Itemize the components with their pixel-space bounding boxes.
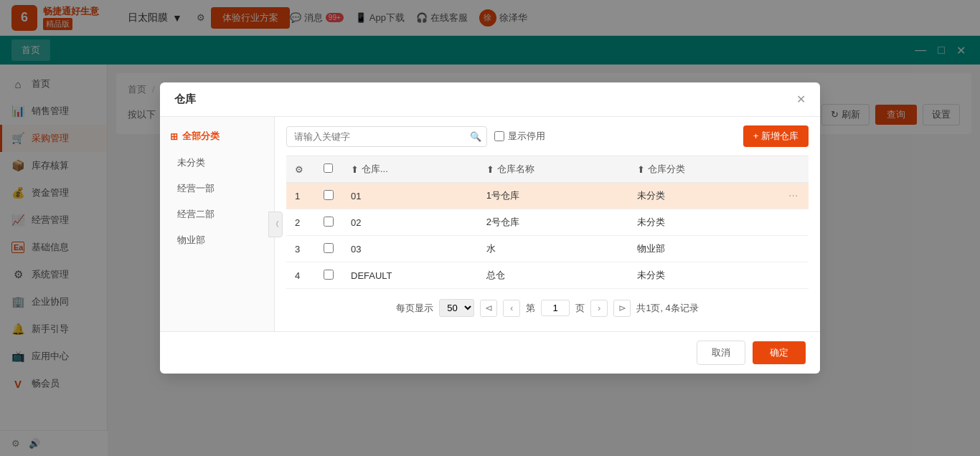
modal-footer: 取消 确定: [160, 331, 820, 374]
per-page-select[interactable]: 50: [439, 299, 474, 317]
sidebar-collapse-button[interactable]: 《: [268, 212, 283, 237]
table-row[interactable]: 2 02 2号仓库 未分类: [286, 209, 809, 236]
row-name: 水: [478, 236, 629, 262]
col-actions: [780, 156, 809, 183]
row-code: 01: [342, 183, 478, 209]
modal-sidebar-item-ops2[interactable]: 经营二部: [160, 201, 274, 227]
row-checkbox[interactable]: [324, 190, 334, 200]
warehouse-modal: 仓库 ✕ ⊞ 全部分类 未分类 经营一部 经营二部 物业部 《: [160, 82, 820, 374]
page-prev-button[interactable]: ‹: [503, 300, 520, 317]
row-checkbox[interactable]: [324, 217, 334, 227]
row-category: 未分类: [628, 183, 780, 209]
row-index: 3: [286, 236, 315, 262]
row-category: 未分类: [628, 262, 780, 289]
modal-sidebar-item-ops1[interactable]: 经营一部: [160, 176, 274, 201]
row-index: 1: [286, 183, 315, 209]
row-name: 总仓: [478, 262, 629, 289]
row-category: 物业部: [628, 236, 780, 262]
select-all-checkbox[interactable]: [324, 163, 333, 173]
row-index: 4: [286, 262, 315, 289]
row-name: 1号仓库: [478, 183, 629, 209]
col-name[interactable]: ⬆ 仓库名称: [478, 156, 629, 183]
confirm-button[interactable]: 确定: [753, 341, 806, 364]
page-last-button[interactable]: ⊳: [613, 300, 631, 317]
search-input[interactable]: [286, 126, 487, 147]
modal-main: 🔍 显示停用 + 新增仓库 ⚙: [275, 117, 820, 331]
warehouse-table: ⚙ ⬆ 仓库...: [286, 156, 809, 289]
table-row[interactable]: 3 03 水 物业部: [286, 236, 809, 262]
col-settings: ⚙: [286, 156, 315, 183]
row-code: 03: [342, 236, 478, 262]
row-name: 2号仓库: [478, 209, 629, 236]
table-row[interactable]: 4 DEFAULT 总仓 未分类: [286, 262, 809, 289]
table-row[interactable]: 1 01 1号仓库 未分类 ···: [286, 183, 809, 209]
page-first-button[interactable]: ⊲: [480, 300, 497, 317]
row-code: 02: [342, 209, 478, 236]
row-checkbox[interactable]: [324, 243, 334, 253]
col-code[interactable]: ⬆ 仓库...: [342, 156, 478, 183]
pagination: 每页显示 50 ⊲ ‹ 第 页 ›: [286, 289, 809, 323]
col-checkbox: [315, 156, 342, 183]
cancel-button[interactable]: 取消: [697, 341, 745, 365]
settings-col-icon[interactable]: ⚙: [295, 164, 303, 175]
modal-close-button[interactable]: ✕: [796, 92, 806, 106]
row-index: 2: [286, 209, 315, 236]
modal-body: ⊞ 全部分类 未分类 经营一部 经营二部 物业部 《 🔍: [160, 117, 820, 331]
search-input-wrap: 🔍: [286, 126, 487, 147]
modal-sidebar-item-unclassified[interactable]: 未分类: [160, 150, 274, 176]
row-checkbox[interactable]: [324, 270, 334, 280]
show-disabled-checkbox-wrap[interactable]: 显示停用: [494, 130, 545, 143]
modal-sidebar: ⊞ 全部分类 未分类 经营一部 经营二部 物业部 《: [160, 117, 275, 331]
table-header: ⚙ ⬆ 仓库...: [286, 156, 809, 183]
modal-sidebar-item-property[interactable]: 物业部: [160, 227, 274, 253]
page-next-button[interactable]: ›: [590, 300, 608, 317]
row-menu-icon[interactable]: ···: [788, 189, 798, 201]
modal-header: 仓库 ✕: [160, 82, 820, 117]
modal-sidebar-all-category[interactable]: ⊞ 全部分类: [160, 123, 274, 150]
add-warehouse-button[interactable]: + 新增仓库: [743, 125, 809, 147]
grid-icon: ⊞: [170, 131, 178, 142]
show-disabled-checkbox[interactable]: [494, 131, 504, 141]
row-code: DEFAULT: [342, 262, 478, 289]
search-icon[interactable]: 🔍: [470, 131, 481, 142]
row-category: 未分类: [628, 209, 780, 236]
modal-toolbar: 🔍 显示停用 + 新增仓库: [286, 125, 809, 147]
modal-title: 仓库: [174, 92, 196, 106]
modal-overlay: 仓库 ✕ ⊞ 全部分类 未分类 经营一部 经营二部 物业部 《: [0, 0, 980, 456]
warehouse-table-container: ⚙ ⬆ 仓库...: [286, 156, 809, 289]
page-number-input[interactable]: [541, 300, 570, 316]
col-category[interactable]: ⬆ 仓库分类: [628, 156, 780, 183]
table-body: 1 01 1号仓库 未分类 ··· 2 02 2: [286, 183, 809, 289]
